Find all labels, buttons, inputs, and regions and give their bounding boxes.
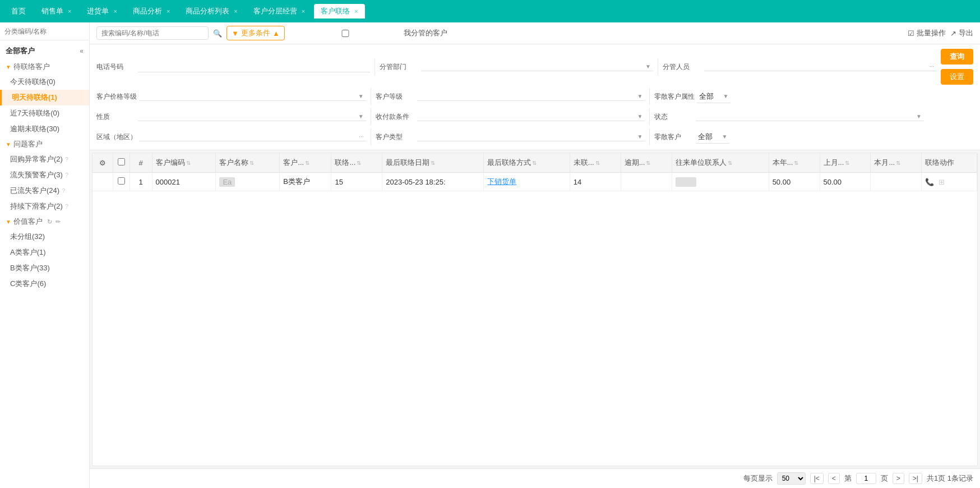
search-icon[interactable]: 🔍 [213, 29, 222, 38]
value-refresh-icon[interactable]: ↻ [47, 218, 52, 225]
select-all-checkbox[interactable] [118, 158, 125, 165]
col-gear[interactable]: ⚙ [93, 153, 113, 173]
row-checkbox[interactable] [113, 173, 130, 191]
col-last-date[interactable]: 最后联络日期⇅ [382, 153, 484, 173]
sidebar-item-tomorrow[interactable]: 明天待联络(1) [0, 90, 89, 105]
sidebar-pending-tri: ▼ [6, 64, 11, 70]
my-customers-checkbox[interactable]: 我分管的客户 [289, 28, 447, 38]
col-contacts[interactable]: 联络...⇅ [331, 153, 382, 173]
nav-customer-contact-close[interactable]: × [354, 8, 358, 15]
sidebar-item-churn-warn[interactable]: 流失预警客户(3) ? [0, 167, 89, 183]
sidebar-search-input[interactable] [4, 27, 89, 35]
sidebar-item-class-a[interactable]: A类客户(1) [0, 245, 89, 260]
per-page-select[interactable]: 50 100 200 [777, 472, 806, 485]
adv-nature-arrow: ▼ [358, 113, 364, 119]
adv-nature-select[interactable]: ▼ [138, 112, 366, 121]
nav-goods-analysis-list[interactable]: 商品分析列表 × [179, 4, 244, 19]
nav-home[interactable]: 首页 [4, 4, 33, 19]
adv-cust-level-select[interactable]: ▼ [417, 92, 645, 101]
nav-customer-segment-close[interactable]: × [302, 8, 305, 15]
row-contacts: 15 [331, 173, 382, 191]
row-last-month: 50.00 [820, 173, 871, 191]
adv-price-level-select[interactable]: ▼ [139, 92, 366, 101]
help-icon-abnormal: ? [65, 156, 68, 163]
sidebar-item-class-b[interactable]: B类客户(33) [0, 260, 89, 276]
adv-scatter-attr-label: 零散客户属性 [654, 92, 695, 102]
adv-cust-type-select[interactable]: ▼ [417, 132, 645, 141]
row-code[interactable]: 000021 [152, 173, 216, 191]
my-customers-check[interactable] [289, 30, 401, 37]
adv-status-arrow: ▼ [916, 113, 922, 119]
help-icon-declining: ? [65, 203, 68, 210]
first-page-btn[interactable]: |< [810, 473, 824, 484]
adv-person-arrow: ··· [930, 63, 934, 70]
adv-dept-label: 分管部门 [380, 62, 419, 72]
adv-phone-input[interactable] [138, 62, 370, 72]
adv-scatter-attr-select[interactable]: 全部 ▼ [697, 90, 731, 103]
row-last-date: 2023-05-23 18:25: [382, 173, 484, 191]
col-code[interactable]: 客户编码⇅ [152, 153, 216, 173]
page-input[interactable] [856, 473, 876, 484]
row-action-more[interactable]: ⊞ [939, 178, 945, 186]
search-input[interactable] [96, 26, 209, 40]
nav-purchase[interactable]: 进货单 × [80, 4, 123, 19]
prev-page-btn[interactable]: < [828, 473, 840, 484]
row-name[interactable]: Ea [216, 173, 280, 191]
nav-customer-segment[interactable]: 客户分层经营 × [247, 4, 312, 19]
nav-sales-close[interactable]: × [68, 8, 71, 15]
row-last-method[interactable]: 下销货单 [484, 173, 570, 191]
row-select[interactable] [118, 177, 125, 185]
adv-field-cust-level: 客户等级 ▼ [376, 92, 645, 102]
export-btn[interactable]: ↗ 导出 [950, 28, 973, 38]
col-uncontacted[interactable]: 未联...⇅ [570, 153, 621, 173]
nav-sales[interactable]: 销售单 × [35, 4, 78, 19]
nav-purchase-close[interactable]: × [113, 8, 117, 15]
query-button[interactable]: 查询 [941, 49, 973, 65]
sidebar-item-abnormal[interactable]: 回购异常客户(2) ? [0, 151, 89, 167]
table-row: 1 000021 Ea B类客户 15 2023-05-23 18:25: 下销… [93, 173, 977, 191]
nav-goods-analysis[interactable]: 商品分析 × [126, 4, 177, 19]
col-overdue[interactable]: 逾期...⇅ [621, 153, 672, 173]
adv-status-label: 状态 [654, 112, 694, 122]
sidebar-problem-tri: ▼ [6, 141, 11, 148]
col-last-method[interactable]: 最后联络方式⇅ [484, 153, 570, 173]
nav-goods-analysis-list-close[interactable]: × [234, 8, 237, 15]
adv-scatter-cust-select[interactable]: 全部 ▼ [696, 131, 729, 144]
sidebar-value-tri: ▼ [6, 219, 11, 225]
row-action-phone[interactable]: 📞 [925, 178, 934, 186]
more-conditions-btn[interactable]: ▼ 更多条件 ▲ [226, 26, 285, 40]
sidebar-item-churned[interactable]: 已流失客户(24) ? [0, 183, 89, 199]
adv-person-select[interactable]: ··· [704, 62, 936, 71]
adv-region-select[interactable]: ··· [139, 132, 366, 141]
table-body: 1 000021 Ea B类客户 15 2023-05-23 18:25: 下销… [93, 173, 977, 191]
adv-dept-select[interactable]: ▼ [421, 62, 653, 71]
adv-divider-8 [649, 128, 650, 145]
value-edit-icon[interactable]: ✏ [56, 218, 61, 225]
adv-divider-3 [371, 88, 371, 105]
sidebar-item-7days[interactable]: 近7天待联络(0) [0, 105, 89, 121]
last-page-btn[interactable]: >| [909, 473, 922, 484]
set-button[interactable]: 设置 [941, 69, 973, 85]
sidebar-item-today[interactable]: 今天待联络(0) [0, 74, 89, 90]
col-this-year[interactable]: 本年...⇅ [769, 153, 820, 173]
sidebar-item-ungrouped[interactable]: 未分组(32) [0, 229, 89, 245]
row-overdue [621, 173, 672, 191]
sidebar-all-customers[interactable]: 全部客户 « [0, 43, 89, 59]
batch-op-btn[interactable]: ☑ 批量操作 [908, 28, 946, 38]
row-type: B类客户 [280, 173, 331, 191]
nav-customer-contact[interactable]: 客户联络 × [314, 4, 364, 19]
col-last-month[interactable]: 上月...⇅ [820, 153, 871, 173]
sidebar-item-class-c[interactable]: C类客户(6) [0, 276, 89, 292]
sidebar-item-declining[interactable]: 持续下滑客户(2) ? [0, 199, 89, 214]
col-this-month[interactable]: 本月...⇅ [871, 153, 922, 173]
sidebar-item-overdue[interactable]: 逾期未联络(30) [0, 121, 89, 137]
col-type[interactable]: 客户...⇅ [280, 153, 331, 173]
col-unit-contacts[interactable]: 往来单位联系人⇅ [672, 153, 769, 173]
next-page-btn[interactable]: > [893, 473, 904, 484]
adv-status-select[interactable]: ▼ [696, 112, 924, 121]
row-action[interactable]: 📞 ⊞ [922, 173, 977, 191]
adv-field-phone: 电话号码 [96, 62, 370, 72]
nav-goods-analysis-close[interactable]: × [167, 8, 170, 15]
col-name[interactable]: 客户名称⇅ [216, 153, 280, 173]
adv-payment-select[interactable]: ▼ [417, 112, 645, 121]
